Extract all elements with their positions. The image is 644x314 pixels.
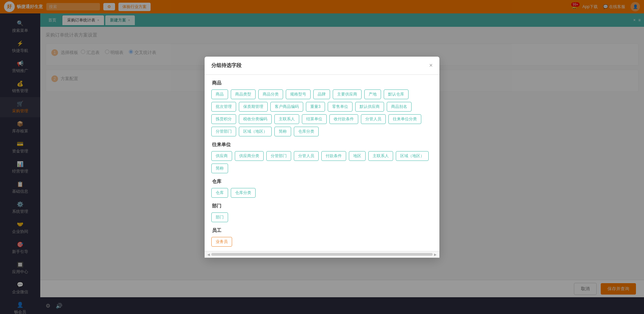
- field-chip-0-9[interactable]: 保质期管理: [239, 102, 268, 112]
- field-chip-0-10[interactable]: 客户商品编码: [270, 102, 303, 112]
- field-chip-0-16[interactable]: 税收分类编码: [239, 114, 272, 124]
- field-chip-0-24[interactable]: 简称: [274, 127, 291, 136]
- field-chip-1-8[interactable]: 简称: [211, 164, 228, 173]
- field-chip-0-5[interactable]: 主要供应商: [333, 89, 362, 99]
- field-chip-0-12[interactable]: 零售单位: [328, 102, 353, 112]
- field-group-title-1: 往来单位: [211, 142, 433, 148]
- field-chip-1-4[interactable]: 付款条件: [321, 151, 346, 161]
- field-chip-1-1[interactable]: 供应商分类: [235, 151, 264, 161]
- field-group-0: 商品商品商品类型商品分类规格型号品牌主要供应商产地默认仓库批次管理保质期管理客户…: [211, 80, 433, 136]
- field-chip-0-6[interactable]: 产地: [364, 89, 381, 99]
- field-chip-0-13[interactable]: 默认供应商: [355, 102, 384, 112]
- field-group-title-4: 员工: [211, 228, 433, 234]
- field-chip-0-7[interactable]: 默认仓库: [384, 89, 409, 99]
- modal-title: 分组待选字段: [211, 62, 241, 69]
- field-chip-0-1[interactable]: 商品类型: [231, 89, 256, 99]
- field-chip-0-15[interactable]: 拣货积分: [211, 114, 236, 124]
- field-list-2: 仓库仓库分类: [211, 188, 433, 198]
- field-group-title-2: 仓库: [211, 179, 433, 185]
- field-chip-0-25[interactable]: 仓库分类: [294, 127, 319, 136]
- field-list-4: 业务员: [211, 237, 433, 247]
- field-group-2: 仓库仓库仓库分类: [211, 179, 433, 198]
- field-list-1: 供应商供应商分类分管部门分管人员付款条件地区主联系人区域（地区）简称: [211, 151, 433, 173]
- field-chip-0-18[interactable]: 结算单位: [302, 114, 327, 124]
- field-chip-0-20[interactable]: 分管人员: [361, 114, 386, 124]
- field-chip-0-0[interactable]: 商品: [211, 89, 228, 99]
- field-list-3: 部门: [211, 212, 433, 222]
- field-group-1: 往来单位供应商供应商分类分管部门分管人员付款条件地区主联系人区域（地区）简称: [211, 142, 433, 173]
- field-group-3: 部门部门: [211, 203, 433, 222]
- field-chip-0-8[interactable]: 批次管理: [211, 102, 236, 112]
- field-chip-0-23[interactable]: 区域（地区）: [239, 127, 272, 136]
- field-list-0: 商品商品类型商品分类规格型号品牌主要供应商产地默认仓库批次管理保质期管理客户商品…: [211, 89, 433, 136]
- modal-body: 商品商品商品类型商品分类规格型号品牌主要供应商产地默认仓库批次管理保质期管理客户…: [205, 75, 439, 251]
- field-chip-3-0[interactable]: 部门: [211, 212, 228, 222]
- modal-header: 分组待选字段 ×: [205, 57, 439, 75]
- field-chip-0-11[interactable]: 重量3: [306, 102, 325, 112]
- field-chip-0-3[interactable]: 规格型号: [286, 89, 311, 99]
- field-chip-0-14[interactable]: 商品别名: [387, 102, 412, 112]
- field-chip-4-0[interactable]: 业务员: [211, 237, 232, 247]
- horizontal-scrollbar[interactable]: [211, 253, 433, 256]
- modal-close-button[interactable]: ×: [429, 62, 433, 69]
- field-chip-0-17[interactable]: 主联系人: [274, 114, 299, 124]
- modal-dialog: 分组待选字段 × 商品商品商品类型商品分类规格型号品牌主要供应商产地默认仓库批次…: [205, 57, 439, 258]
- field-chip-1-3[interactable]: 分管人员: [294, 151, 319, 161]
- field-chip-0-21[interactable]: 往来单位分类: [388, 114, 421, 124]
- field-group-title-3: 部门: [211, 203, 433, 209]
- field-chip-1-0[interactable]: 供应商: [211, 151, 232, 161]
- field-chip-1-5[interactable]: 地区: [349, 151, 366, 161]
- field-chip-0-2[interactable]: 商品分类: [258, 89, 283, 99]
- field-chip-1-2[interactable]: 分管部门: [266, 151, 291, 161]
- field-chip-2-1[interactable]: 仓库分类: [231, 188, 256, 198]
- field-chip-0-19[interactable]: 收付款条件: [329, 114, 358, 124]
- field-chip-0-22[interactable]: 分管部门: [211, 127, 236, 136]
- field-chip-1-6[interactable]: 主联系人: [368, 151, 393, 161]
- field-chip-2-0[interactable]: 仓库: [211, 188, 228, 198]
- field-chip-1-7[interactable]: 区域（地区）: [396, 151, 429, 161]
- field-chip-0-4[interactable]: 品牌: [313, 89, 330, 99]
- field-group-4: 员工业务员: [211, 228, 433, 247]
- modal-overlay: 分组待选字段 × 商品商品商品类型商品分类规格型号品牌主要供应商产地默认仓库批次…: [0, 0, 644, 314]
- horizontal-scroll-area[interactable]: ◀ ▶: [205, 251, 439, 258]
- field-group-title-0: 商品: [211, 80, 433, 86]
